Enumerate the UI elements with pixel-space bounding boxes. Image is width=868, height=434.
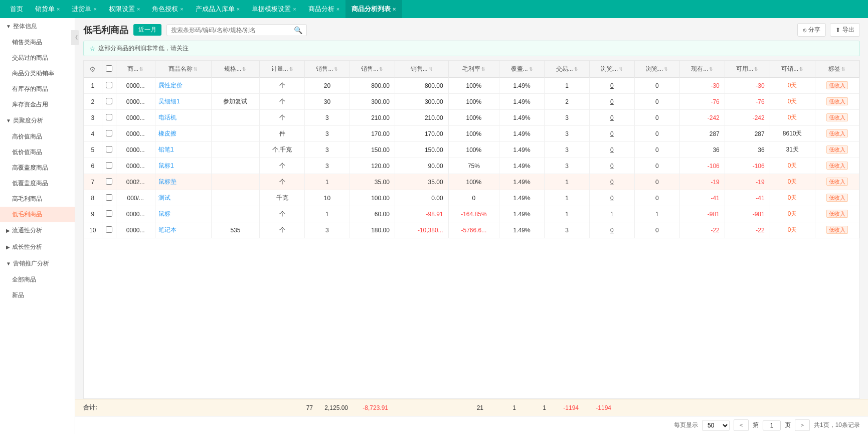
td-name[interactable]: 铅笔1 <box>155 142 211 158</box>
sidebar-item-low-value[interactable]: 低价值商品 <box>0 144 75 160</box>
export-button[interactable]: ⬆ 导出 <box>830 23 860 37</box>
td-name[interactable]: 鼠标 <box>155 206 211 222</box>
th-code[interactable]: 商...⇅ <box>116 61 155 78</box>
nav-product-analysis-list[interactable]: 商品分析列表× <box>345 0 402 18</box>
row-checkbox[interactable] <box>106 194 112 201</box>
prev-page-btn[interactable]: ＜ <box>734 419 749 431</box>
per-page-select[interactable]: 50 20 100 <box>702 420 730 431</box>
nav-purchase[interactable]: 进货单× <box>66 0 102 18</box>
config-icon[interactable]: ⚙ <box>89 65 96 73</box>
nav-product-entry-close[interactable]: × <box>237 6 240 12</box>
th-available[interactable]: 可用...⇅ <box>725 61 770 78</box>
nav-roles[interactable]: 角色授权× <box>146 0 189 18</box>
row-checkbox[interactable] <box>106 146 112 153</box>
sidebar-section-cluster[interactable]: ▼ 类聚度分析 <box>0 112 75 129</box>
td-name[interactable]: 测试 <box>155 190 211 206</box>
td-sale-amount: 150.00 <box>395 142 448 158</box>
nav-product-analysis[interactable]: 商品分析× <box>302 0 345 18</box>
sidebar-item-in-stock[interactable]: 有库存的商品 <box>0 81 75 97</box>
sidebar-section-marketing[interactable]: ▼ 营销推广分析 <box>0 255 75 272</box>
td-sale-qty: 20 <box>304 78 350 94</box>
td-browse1[interactable]: 0 <box>589 174 634 190</box>
th-sale-amount[interactable]: 销售...⇅ <box>395 61 448 78</box>
th-unit[interactable]: 计量...⇅ <box>260 61 305 78</box>
nav-sales[interactable]: 销货单× <box>29 0 66 18</box>
nav-product-analysis-close[interactable]: × <box>336 6 339 12</box>
nav-template-settings[interactable]: 单据模板设置× <box>246 0 302 18</box>
td-name[interactable]: 电话机 <box>155 110 211 126</box>
th-spec[interactable]: 规格...⇅ <box>211 61 259 78</box>
td-name[interactable]: 橡皮擦 <box>155 126 211 142</box>
th-saleable[interactable]: 可销...⇅ <box>770 61 815 78</box>
nav-sales-close[interactable]: × <box>57 6 60 12</box>
td-browse1[interactable]: 0 <box>589 142 634 158</box>
th-trade-count[interactable]: 交易...⇅ <box>545 61 590 78</box>
td-browse1[interactable]: 0 <box>589 78 634 94</box>
th-sale-qty[interactable]: 销售...⇅ <box>304 61 350 78</box>
sidebar-item-stock-capital[interactable]: 库存资金占用 <box>0 97 75 112</box>
search-icon[interactable]: 🔍 <box>294 26 302 34</box>
sidebar-section-overall[interactable]: ▼ 整体信息 <box>0 18 75 35</box>
row-checkbox[interactable] <box>106 226 112 233</box>
select-all-checkbox[interactable] <box>106 65 112 72</box>
th-gross-rate[interactable]: 毛利率⇅ <box>448 61 499 78</box>
search-input[interactable] <box>171 27 294 34</box>
nav-purchase-close[interactable]: × <box>93 6 96 12</box>
sidebar-item-sales-products[interactable]: 销售类商品 <box>0 35 75 50</box>
sidebar-item-new-products[interactable]: 新品 <box>0 287 75 303</box>
th-tag[interactable]: 标签⇅ <box>815 61 859 78</box>
nav-permissions-close[interactable]: × <box>137 6 140 12</box>
next-page-btn[interactable]: ＞ <box>795 419 810 431</box>
td-name[interactable]: 鼠标1 <box>155 158 211 174</box>
nav-product-entry[interactable]: 产成品入库单× <box>190 0 246 18</box>
td-browse1[interactable]: 0 <box>589 158 634 174</box>
sidebar-collapse-btn[interactable]: 《 <box>71 30 79 45</box>
sidebar-item-high-coverage[interactable]: 高覆盖度商品 <box>0 160 75 176</box>
sidebar-section-circulation[interactable]: ▶ 流通性分析 <box>0 222 75 239</box>
td-name[interactable]: 属性定价 <box>155 78 211 94</box>
td-tag: 低收入 <box>815 190 859 206</box>
td-browse1[interactable]: 0 <box>589 110 634 126</box>
td-name[interactable]: 鼠标垫 <box>155 174 211 190</box>
td-browse1[interactable]: 0 <box>589 190 634 206</box>
th-browse2[interactable]: 浏览...⇅ <box>634 61 679 78</box>
nav-roles-close[interactable]: × <box>180 6 183 12</box>
row-checkbox[interactable] <box>106 98 112 104</box>
th-cover-rate[interactable]: 覆盖...⇅ <box>499 61 545 78</box>
nav-template-settings-close[interactable]: × <box>293 6 296 12</box>
td-name[interactable]: 吴细细1 <box>155 94 211 110</box>
th-config[interactable]: ⚙ <box>84 61 102 78</box>
td-browse1[interactable]: 0 <box>589 126 634 142</box>
td-name[interactable]: 笔记本 <box>155 222 211 238</box>
row-checkbox[interactable] <box>106 178 112 185</box>
content-header: 低毛利商品 近一月 🔍 ⎋ 分享 ⬆ 导出 <box>75 18 868 41</box>
sidebar-item-all-products[interactable]: 全部商品 <box>0 272 75 287</box>
nav-home[interactable]: 首页 <box>4 0 29 18</box>
row-checkbox[interactable] <box>106 162 112 169</box>
share-button[interactable]: ⎋ 分享 <box>797 23 826 37</box>
td-browse1[interactable]: 1 <box>589 206 634 222</box>
sidebar-item-high-margin[interactable]: 高毛利商品 <box>0 191 75 207</box>
th-sale-price[interactable]: 销售...⇅ <box>350 61 395 78</box>
td-tag: 低收入 <box>815 222 859 238</box>
nav-product-analysis-list-close[interactable]: × <box>393 6 396 12</box>
td-spec: 535 <box>211 222 259 238</box>
sidebar-item-high-value[interactable]: 高价值商品 <box>0 129 75 144</box>
td-browse1[interactable]: 0 <box>589 222 634 238</box>
td-browse1[interactable]: 0 <box>589 94 634 110</box>
th-browse1[interactable]: 浏览...⇅ <box>589 61 634 78</box>
filter-recent-month-btn[interactable]: 近一月 <box>133 24 161 36</box>
row-checkbox[interactable] <box>106 210 112 217</box>
sidebar-item-low-coverage[interactable]: 低覆盖度商品 <box>0 176 75 191</box>
sidebar-item-low-margin[interactable]: 低毛利商品 <box>0 207 75 222</box>
page-num-input[interactable] <box>763 420 781 430</box>
nav-permissions[interactable]: 权限设置× <box>103 0 146 18</box>
sidebar-section-growth[interactable]: ▶ 成长性分析 <box>0 239 75 255</box>
sidebar-item-category-assist[interactable]: 商品分类助销率 <box>0 66 75 81</box>
row-checkbox[interactable] <box>106 82 112 88</box>
row-checkbox[interactable] <box>106 114 112 120</box>
th-name[interactable]: 商品名称⇅ <box>155 61 211 78</box>
sidebar-item-traded[interactable]: 交易过的商品 <box>0 50 75 66</box>
row-checkbox[interactable] <box>106 130 112 136</box>
th-current-stock[interactable]: 现有...⇅ <box>679 61 725 78</box>
